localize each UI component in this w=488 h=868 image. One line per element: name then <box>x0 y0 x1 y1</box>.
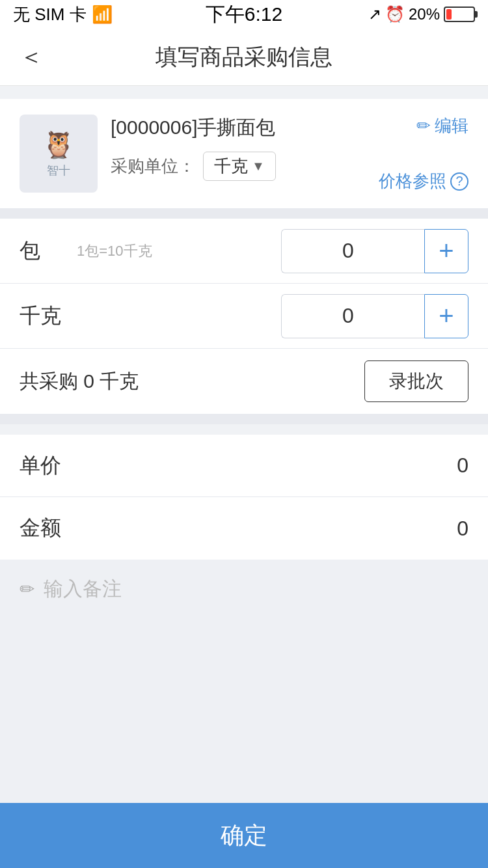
product-card: 🦉 智十 [0000006]手撕面包 采购单位： 千克 ▼ ✏ 编辑 价格参照 … <box>0 99 488 208</box>
summary-row: 共采购 0 千克 录批次 <box>0 349 488 414</box>
location-icon: ↗ <box>368 5 381 23</box>
status-carrier: 无 SIM 卡 📶 <box>13 3 113 26</box>
back-button[interactable]: ＜ <box>20 41 43 73</box>
unit-value: 千克 <box>214 155 248 178</box>
confirm-button-label: 确定 <box>221 820 267 852</box>
section-divider-2 <box>0 414 488 424</box>
battery-icon <box>444 7 475 22</box>
kg-quantity-input[interactable] <box>281 294 424 338</box>
input-section: 包 1包=10千克 + 千克 + 共采购 0 千克 录批次 <box>0 219 488 414</box>
summary-value: 0 <box>83 370 94 392</box>
unit-price-value: 0 <box>457 454 468 478</box>
status-bar: 无 SIM 卡 📶 下午6:12 ↗ ⏰ 20% <box>0 0 488 29</box>
alarm-icon: ⏰ <box>385 5 405 23</box>
wifi-icon: 📶 <box>92 5 113 25</box>
status-right: ↗ ⏰ 20% <box>368 5 475 23</box>
page-title: 填写商品采购信息 <box>156 42 332 72</box>
confirm-button[interactable]: 确定 <box>0 803 488 868</box>
amount-label: 金额 <box>20 514 61 543</box>
kg-input-right: + <box>281 294 468 338</box>
price-reference-button[interactable]: 价格参照 ? <box>379 170 468 193</box>
section-divider-1 <box>0 208 488 219</box>
product-name: [0000006]手撕面包 <box>111 115 468 141</box>
product-logo-icon: 🦉 <box>42 129 75 160</box>
nav-bar: ＜ 填写商品采购信息 <box>0 29 488 86</box>
bao-input-row: 包 1包=10千克 + <box>0 219 488 284</box>
status-time: 下午6:12 <box>206 1 282 28</box>
bao-quantity-input[interactable] <box>281 229 424 273</box>
info-icon: ? <box>450 172 468 191</box>
kg-label: 千克 <box>20 302 72 331</box>
amount-value: 0 <box>457 517 468 541</box>
product-image: 🦉 智十 <box>20 115 98 193</box>
edit-button[interactable]: ✏ 编辑 <box>416 115 468 137</box>
amount-row: 金额 0 <box>0 497 488 560</box>
battery-percent: 20% <box>409 5 440 23</box>
record-batch-button[interactable]: 录批次 <box>364 360 468 402</box>
bao-sublabel: 1包=10千克 <box>77 241 152 261</box>
summary-text: 共采购 0 千克 <box>20 368 139 395</box>
kg-plus-button[interactable]: + <box>424 294 468 338</box>
kg-input-row: 千克 + <box>0 284 488 349</box>
bao-input-right: + <box>281 229 468 273</box>
price-section: 单价 0 金额 0 <box>0 435 488 560</box>
notes-section[interactable]: ✏ 输入备注 <box>0 560 488 618</box>
product-logo-text: 智十 <box>47 163 70 178</box>
bao-label: 包 <box>20 237 72 265</box>
unit-price-label: 单价 <box>20 452 61 480</box>
unit-selector[interactable]: 千克 ▼ <box>203 152 276 181</box>
pencil-icon: ✏ <box>20 578 34 600</box>
unit-price-row: 单价 0 <box>0 435 488 497</box>
edit-icon: ✏ <box>416 116 431 136</box>
dropdown-arrow-icon: ▼ <box>252 159 265 174</box>
notes-placeholder: 输入备注 <box>44 576 122 603</box>
bao-plus-button[interactable]: + <box>424 229 468 273</box>
unit-label: 采购单位： <box>111 155 195 178</box>
